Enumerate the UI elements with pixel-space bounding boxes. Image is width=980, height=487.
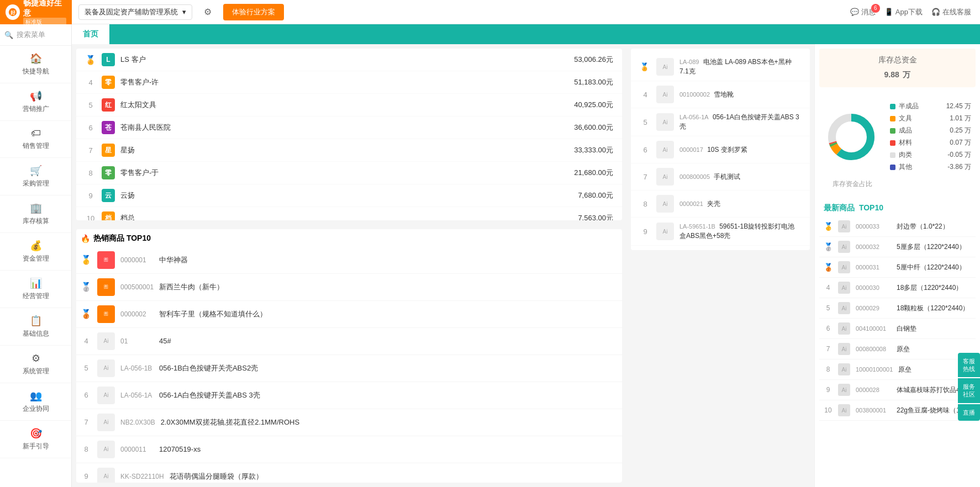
hot-rank: 🥇 xyxy=(81,255,92,265)
legend-color-dot xyxy=(890,165,895,170)
customer-rank-row: 🏅 L LS 客户 53,006.26元 xyxy=(76,49,622,71)
inventory-chart-section: 半成品 12.45 万 文具 1.01 万 成品 0 xyxy=(815,92,980,198)
rank-medal: 🥇 xyxy=(824,222,833,231)
try-plan-button[interactable]: 体验行业方案 xyxy=(223,4,284,20)
donut-chart-container: 半成品 12.45 万 文具 1.01 万 成品 0 xyxy=(824,96,971,177)
hot-products-card: 🔥 热销商品 TOP10 🥇 图 0000001 xyxy=(76,229,622,483)
app-icon: 📱 xyxy=(884,8,893,16)
float-btn-live[interactable]: 直播 xyxy=(958,404,980,421)
inventory-card: 库存总资金 9.88 万 xyxy=(819,49,976,87)
sidebar-item-marketing[interactable]: 📢 营销推广 xyxy=(0,83,71,121)
sidebar-item-guide[interactable]: 🎯 新手引导 xyxy=(0,421,71,458)
sidebar-item-system[interactable]: ⚙ 系统管理 xyxy=(0,346,71,383)
newest-products-section: 最新商品 TOP10 🥇 Ai 0000033 封边带（1.0*22） 🥈 Ai… xyxy=(815,198,980,421)
purchase-icon: 🛒 xyxy=(30,165,42,177)
top-bar: 好 畅捷通好生意 标准版 装备及固定资产辅助管理系统 ▾ ⚙ 体验行业方案 💬 … xyxy=(0,0,980,24)
product-image: Ai xyxy=(656,223,674,240)
hot-product-image: Ai xyxy=(97,387,115,404)
legend-item: 文具 1.01 万 xyxy=(890,114,971,123)
product-rank-row: 7 Ai 000800005 手机测试 xyxy=(631,163,810,190)
app-download-button[interactable]: 📱 App下载 xyxy=(884,7,923,17)
float-btn-service[interactable]: 客服 热线 xyxy=(958,353,980,378)
finance-icon: 💰 xyxy=(30,240,42,252)
product-icon: Ai xyxy=(838,282,850,294)
sidebar-item-inventory[interactable]: 🏢 库存核算 xyxy=(0,195,71,233)
product-image: Ai xyxy=(656,113,674,131)
logo-area: 好 畅捷通好生意 标准版 xyxy=(0,0,72,24)
collab-icon: 👥 xyxy=(30,390,42,402)
product-rank-card: 🏅 Ai LA-089 电池盖 LA-089 ABS本色+黑种 7.1克 xyxy=(631,49,810,250)
tab-home[interactable]: 首页 xyxy=(72,24,109,44)
newest-product-row: 9 Ai 0000028 体城嘉枝味苏打饮品400毫升（1*15） xyxy=(819,380,976,400)
legend-color-dot xyxy=(890,140,895,146)
product-image: Ai xyxy=(656,168,674,186)
sidebar-item-collab[interactable]: 👥 企业协同 xyxy=(0,383,71,421)
product-rank-row: 9 Ai LA-59651-1B 59651-1B旋转投影灯电池盒ABS黑色+5… xyxy=(631,218,810,246)
hot-product-image: 图 xyxy=(97,251,115,269)
sales-icon: 🏷 xyxy=(31,128,41,139)
chevron-down-icon: ▾ xyxy=(182,8,186,16)
float-btn-community[interactable]: 服务 社区 xyxy=(958,378,980,403)
product-rank-row: 🏅 Ai LA-089 电池盖 LA-089 ABS本色+黑种 7.1克 xyxy=(631,53,810,81)
legend-item: 肉类 -0.05 万 xyxy=(890,150,971,160)
hot-rank: 8 xyxy=(81,445,92,453)
search-icon: 🔍 xyxy=(4,31,13,39)
logo-icon: 好 xyxy=(6,4,20,20)
online-service-button[interactable]: 🎧 在线客服 xyxy=(931,7,971,17)
product-rank-row: 6 Ai 0000017 10S 变刹罗紧 xyxy=(631,136,810,163)
hot-icon: 🔥 xyxy=(81,234,90,243)
product-icon: Ai xyxy=(838,322,850,335)
sidebar-item-management[interactable]: 📊 经营管理 xyxy=(0,271,71,308)
hot-products-header: 🔥 热销商品 TOP10 xyxy=(76,229,622,247)
inventory-icon: 🏢 xyxy=(30,202,42,214)
right-panel: 库存总资金 9.88 万 xyxy=(814,44,980,487)
hot-product-row: 4 Ai 01 45# xyxy=(76,328,622,355)
product-rank-row: 8 Ai 0000021 夹壳 xyxy=(631,190,810,218)
hot-rank: 7 xyxy=(81,418,92,426)
hot-product-image: Ai xyxy=(97,359,115,377)
hot-rank: 🥈 xyxy=(81,282,92,292)
newest-product-row: 10 Ai 003800001 22g鱼豆腐-烧烤味（1*12*20） xyxy=(819,400,976,421)
svg-text:好: 好 xyxy=(10,9,16,15)
newest-product-row: 🥈 Ai 0000032 5厘多层（1220*2440） xyxy=(819,237,976,257)
content-area: 首页 🏅 L LS 客户 53,006.26元 xyxy=(72,24,980,487)
product-image: Ai xyxy=(656,195,674,213)
sidebar-item-quick-nav[interactable]: 🏠 快捷导航 xyxy=(0,46,71,83)
message-button[interactable]: 💬 消息 6 xyxy=(850,7,876,17)
marketing-icon: 📢 xyxy=(30,90,42,102)
customer-avatar: 云 xyxy=(102,189,115,202)
customer-avatar: 红 xyxy=(102,98,115,112)
customer-avatar: 苍 xyxy=(102,121,115,134)
system-selector[interactable]: 装备及固定资产辅助管理系统 ▾ xyxy=(78,4,192,20)
hot-product-row: 9 Ai KK-SD22110H 花语萌偶温分腿睡袋（厚款） xyxy=(76,463,622,483)
hot-rank: 5 xyxy=(81,364,92,372)
legend-item: 材料 0.07 万 xyxy=(890,138,971,147)
message-badge: 6 xyxy=(871,4,880,13)
hot-product-image: Ai xyxy=(97,441,115,458)
hot-product-row: 6 Ai LA-056-1A 056-1A白色按键开关盖ABS 3壳 xyxy=(76,382,622,409)
sidebar-item-basic-info[interactable]: 📋 基础信息 xyxy=(0,308,71,346)
hot-rank: 9 xyxy=(81,472,92,480)
medal-bronze-icon: 🏅 xyxy=(640,62,649,71)
sidebar-search[interactable]: 🔍 搜索菜单 xyxy=(0,24,71,46)
sidebar-item-sales[interactable]: 🏷 销售管理 xyxy=(0,121,71,158)
system-icon: ⚙ xyxy=(31,352,40,364)
rank-medal: 🥈 xyxy=(824,242,833,251)
settings-button[interactable]: ⚙ xyxy=(199,3,217,21)
product-icon: Ai xyxy=(838,384,850,396)
management-icon: 📊 xyxy=(30,277,42,289)
legend-color-dot xyxy=(890,104,895,109)
customer-rank-row: 8 零 零售客户-于 21,680.00元 xyxy=(76,162,622,184)
newest-product-row: 7 Ai 000800008 原垒 xyxy=(819,339,976,359)
hot-product-row: 🥉 图 0000002 智利车子里（规格不知道填什么） xyxy=(76,301,622,328)
newest-product-row: 6 Ai 004100001 白钢垫 xyxy=(819,319,976,339)
donut-chart xyxy=(824,109,879,165)
legend-color-dot xyxy=(890,116,895,121)
product-image: Ai xyxy=(656,58,674,76)
customer-rank-table: 🏅 L LS 客户 53,006.26元 4 零 零售客户-许 51,183.0… xyxy=(76,49,622,220)
customer-avatar: 档 xyxy=(102,211,115,220)
sidebar-item-finance[interactable]: 💰 资金管理 xyxy=(0,233,71,271)
sidebar-item-purchase[interactable]: 🛒 采购管理 xyxy=(0,158,71,195)
product-icon: Ai xyxy=(838,302,850,314)
newest-product-row: 8 Ai 10000100001 原垒 xyxy=(819,359,976,380)
